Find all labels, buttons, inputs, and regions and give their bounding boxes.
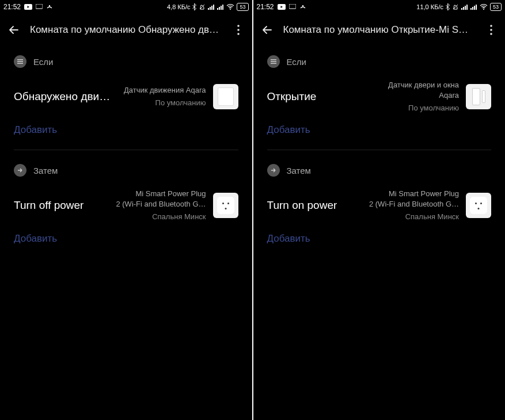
svg-rect-35: [271, 63, 276, 64]
then-badge-icon: [267, 164, 280, 177]
device-line1: Датчик двери и окна: [316, 80, 459, 90]
content: Если Обнаружено дви… Датчик движения Aqa…: [0, 46, 252, 420]
trigger-device-info: Датчик движения Aqara По умолчанию: [110, 85, 206, 108]
trigger-title: Обнаружено дви…: [14, 90, 110, 103]
wifi-icon: [226, 4, 234, 10]
device-room: По умолчанию: [316, 103, 459, 113]
battery-level: 53: [237, 3, 248, 11]
svg-rect-27: [474, 6, 475, 10]
device-line2: 2 (Wi-Fi and Bluetooth G…: [337, 199, 459, 209]
bluetooth-icon: [192, 3, 196, 10]
battery-level: 53: [490, 3, 502, 11]
device-line1: Mi Smart Power Plug: [83, 189, 206, 199]
action-title: Turn off power: [14, 199, 83, 212]
svg-point-30: [490, 25, 492, 27]
divider: [14, 150, 238, 150]
svg-rect-7: [217, 8, 218, 10]
action-row[interactable]: Turn off power Mi Smart Power Plug 2 (Wi…: [14, 188, 238, 223]
mute-icon: [452, 3, 459, 10]
wifi-icon: [480, 4, 488, 10]
motion-sensor-icon: [213, 84, 238, 109]
status-time: 21:52: [257, 3, 274, 11]
svg-rect-17: [17, 63, 23, 64]
action-device-info: Mi Smart Power Plug 2 (Wi-Fi and Bluetoo…: [337, 189, 459, 223]
svg-rect-26: [472, 7, 473, 10]
svg-rect-34: [271, 61, 276, 62]
youtube-icon: [24, 4, 32, 10]
if-label: Если: [287, 57, 306, 67]
missed-call-icon: [46, 3, 53, 10]
svg-point-32: [490, 33, 492, 35]
status-bar: 21:52 4,8 КБ/с 53: [0, 0, 252, 14]
add-trigger-button[interactable]: Добавить: [267, 124, 492, 136]
device-room: По умолчанию: [110, 98, 206, 108]
signal-icon: [208, 4, 215, 10]
trigger-row[interactable]: Открытие Датчик двери и окна Aqara По ум…: [267, 79, 492, 114]
svg-point-11: [230, 9, 231, 10]
more-button[interactable]: [231, 23, 245, 37]
status-speed: 4,8 КБ/с: [167, 3, 191, 10]
action-row[interactable]: Turn on power Mi Smart Power Plug 2 (Wi-…: [267, 188, 492, 223]
more-button[interactable]: [484, 23, 498, 37]
svg-rect-1: [36, 4, 43, 9]
svg-rect-16: [17, 61, 23, 62]
status-speed: 11,0 КБ/с: [416, 3, 443, 10]
back-button[interactable]: [260, 23, 274, 37]
device-line1: Mi Smart Power Plug: [337, 189, 459, 199]
signal-icon-2: [217, 4, 224, 10]
svg-point-14: [237, 33, 240, 35]
back-button[interactable]: [7, 23, 21, 37]
svg-rect-33: [271, 59, 276, 60]
svg-rect-25: [470, 8, 472, 10]
then-section-header: Затем: [267, 164, 492, 177]
signal-icon: [461, 4, 468, 10]
svg-rect-5: [211, 6, 212, 10]
mute-icon: [199, 3, 206, 10]
svg-rect-15: [17, 59, 23, 60]
if-badge-icon: [267, 55, 280, 68]
bluetooth-icon: [446, 3, 450, 10]
status-bar: 21:52 11,0 КБ/с 53: [253, 0, 506, 14]
device-room: Спальня Минск: [83, 212, 206, 222]
trigger-device-info: Датчик двери и окна Aqara По умолчанию: [316, 80, 459, 114]
header: Комната по умолчанию Открытие-Mi Smart …: [253, 14, 506, 46]
then-label: Затем: [287, 166, 311, 175]
door-sensor-icon: [466, 84, 491, 109]
svg-point-13: [237, 29, 240, 31]
add-action-button[interactable]: Добавить: [14, 233, 238, 245]
then-section-header: Затем: [14, 164, 238, 177]
header: Комната по умолчанию Обнаружено движе…: [0, 14, 252, 46]
device-line2: Aqara: [316, 90, 459, 101]
add-action-button[interactable]: Добавить: [267, 233, 492, 245]
device-line2: 2 (Wi-Fi and Bluetooth G…: [83, 199, 206, 209]
screen-left: 21:52 4,8 КБ/с 53 Комната по умолчанию О…: [0, 0, 252, 420]
page-title: Комната по умолчанию Обнаружено движе…: [30, 24, 222, 36]
status-time: 21:52: [3, 3, 21, 11]
if-section-header: Если: [14, 55, 238, 68]
svg-point-31: [490, 29, 492, 31]
message-icon: [36, 4, 43, 10]
device-room: Спальня Минск: [337, 212, 459, 222]
svg-rect-23: [465, 6, 466, 10]
missed-call-icon: [299, 3, 306, 10]
plug-icon: [466, 193, 491, 218]
svg-rect-3: [208, 8, 209, 10]
if-badge-icon: [14, 55, 26, 68]
svg-rect-21: [461, 8, 462, 10]
svg-rect-8: [219, 7, 220, 10]
device-name: Датчик движения Aqara: [110, 85, 206, 96]
if-section-header: Если: [267, 55, 492, 68]
svg-point-29: [483, 9, 484, 10]
svg-rect-6: [213, 5, 214, 10]
svg-rect-10: [222, 5, 223, 10]
add-trigger-button[interactable]: Добавить: [14, 124, 238, 136]
svg-rect-9: [221, 6, 222, 10]
svg-rect-28: [476, 5, 477, 10]
trigger-row[interactable]: Обнаружено дви… Датчик движения Aqara По…: [14, 79, 238, 114]
svg-rect-4: [210, 7, 211, 10]
svg-rect-19: [289, 4, 296, 9]
svg-rect-24: [466, 5, 468, 10]
action-title: Turn on power: [267, 199, 337, 212]
screen-right: 21:52 11,0 КБ/с 53 Комната по умолчанию …: [253, 0, 506, 420]
trigger-title: Открытие: [267, 90, 317, 103]
